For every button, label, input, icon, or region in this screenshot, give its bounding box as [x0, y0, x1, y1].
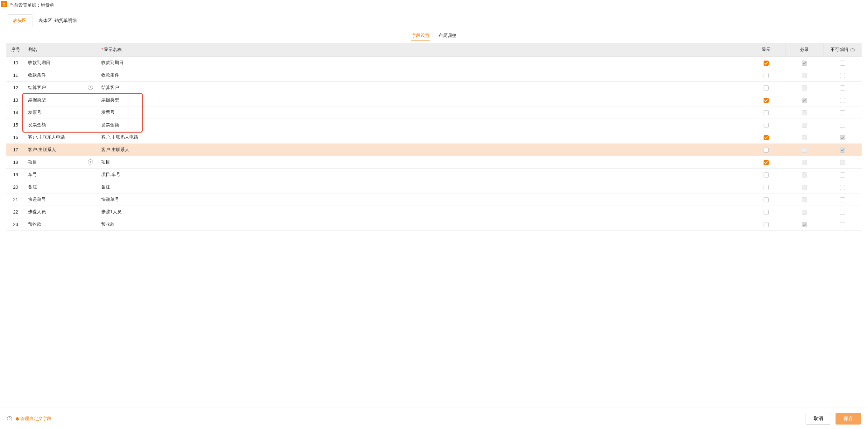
cell-noedit — [824, 144, 862, 156]
cell-display[interactable]: 发票号 — [98, 107, 747, 119]
checkbox[interactable] — [764, 197, 769, 202]
cell-display[interactable]: 客户.主联系人电话 — [98, 131, 747, 144]
cell-show — [747, 218, 785, 231]
checkbox[interactable] — [764, 185, 769, 190]
table-row[interactable]: 23预收款预收款 — [6, 218, 862, 231]
table-row[interactable]: 12结算客户+结算客户 — [6, 82, 862, 94]
table-row[interactable]: 20备注备注 — [6, 181, 862, 194]
cell-name: 客户.主联系人 — [25, 144, 98, 156]
cell-display[interactable]: 收款条件 — [98, 69, 747, 82]
table-row[interactable]: 22步骤人员步骤1人员 — [6, 206, 862, 218]
checkbox — [802, 61, 807, 66]
checkbox[interactable] — [840, 172, 845, 177]
cell-seq: 13 — [6, 94, 25, 107]
cell-required — [785, 194, 824, 206]
cell-noedit — [824, 82, 862, 94]
checkbox[interactable] — [840, 210, 845, 215]
checkbox[interactable] — [840, 197, 845, 202]
table-row[interactable]: 18项目+项目 — [6, 156, 862, 169]
checkbox[interactable] — [764, 123, 769, 128]
cell-display[interactable]: 快递单号 — [98, 194, 747, 206]
expand-panel-button[interactable] — [1, 1, 7, 7]
checkbox[interactable] — [764, 210, 769, 215]
checkbox — [802, 135, 807, 140]
checkbox[interactable] — [764, 160, 769, 165]
table-row[interactable]: 10收款到期日收款到期日 — [6, 57, 862, 69]
table-row[interactable]: 19车号项目.车号 — [6, 169, 862, 181]
cell-name: 步骤人员 — [25, 206, 98, 218]
checkbox[interactable] — [840, 98, 845, 103]
cell-required — [785, 181, 824, 194]
cell-seq: 14 — [6, 107, 25, 119]
cell-required — [785, 82, 824, 94]
cell-display[interactable]: 票据类型 — [98, 94, 747, 107]
cell-show — [747, 107, 785, 119]
cell-show — [747, 69, 785, 82]
cell-display[interactable]: 结算客户 — [98, 82, 747, 94]
checkbox[interactable] — [764, 172, 769, 177]
cell-seq: 10 — [6, 57, 25, 69]
checkbox[interactable] — [764, 98, 769, 103]
cell-show — [747, 181, 785, 194]
checkbox[interactable] — [764, 73, 769, 78]
cell-noedit — [824, 69, 862, 82]
help-icon[interactable]: ? — [850, 48, 855, 52]
table-row[interactable]: 14发票号发票号 — [6, 107, 862, 119]
cell-noedit — [824, 181, 862, 194]
col-header-noedit: 不可编辑 ? — [824, 43, 862, 57]
cell-display[interactable]: 项目 — [98, 156, 747, 169]
checkbox[interactable] — [764, 222, 769, 227]
cell-show — [747, 94, 785, 107]
checkbox[interactable] — [840, 123, 845, 128]
checkbox[interactable] — [840, 85, 845, 90]
fields-table: 序号 列名 *显示名称 显示 必录 不可编辑 ? 10收款到期日收款到期日11收… — [6, 43, 862, 231]
cell-noedit — [824, 119, 862, 131]
cell-name: 发票号 — [25, 107, 98, 119]
cell-noedit — [824, 169, 862, 181]
cell-noedit — [824, 218, 862, 231]
add-child-button[interactable]: + — [88, 160, 93, 165]
checkbox[interactable] — [840, 110, 845, 115]
tab-header-area[interactable]: 表头区 — [7, 15, 32, 27]
table-row[interactable]: 11收款条件收款条件 — [6, 69, 862, 82]
tab-body-area[interactable]: 表体区–销货单明细 — [32, 15, 83, 27]
cell-display[interactable]: 发票金额 — [98, 119, 747, 131]
checkbox[interactable] — [840, 222, 845, 227]
cell-display[interactable]: 步骤1人员 — [98, 206, 747, 218]
table-row[interactable]: 17客户.主联系人客户.主联系人 — [6, 144, 862, 156]
table-row[interactable]: 21快递单号快递单号 — [6, 194, 862, 206]
cell-display[interactable]: 客户.主联系人 — [98, 144, 747, 156]
checkbox[interactable] — [764, 85, 769, 90]
checkbox[interactable] — [764, 135, 769, 140]
cell-show — [747, 169, 785, 181]
subtab-field-settings[interactable]: 字段设置 — [411, 32, 430, 40]
checkbox — [802, 160, 807, 165]
cell-display[interactable]: 收款到期日 — [98, 57, 747, 69]
add-child-button[interactable]: + — [88, 85, 93, 90]
cell-required — [785, 131, 824, 144]
col-header-display: *显示名称 — [98, 43, 747, 57]
cell-display[interactable]: 预收款 — [98, 218, 747, 231]
table-row[interactable]: 13票据类型票据类型 — [6, 94, 862, 107]
col-header-seq: 序号 — [6, 43, 25, 57]
checkbox — [802, 197, 807, 202]
cell-display[interactable]: 项目.车号 — [98, 169, 747, 181]
checkbox[interactable] — [764, 61, 769, 66]
checkbox[interactable] — [840, 185, 845, 190]
cell-noedit — [824, 131, 862, 144]
table-row[interactable]: 16客户.主联系人电话客户.主联系人电话 — [6, 131, 862, 144]
table-row[interactable]: 15发票金额发票金额 — [6, 119, 862, 131]
checkbox — [802, 98, 807, 103]
checkbox[interactable] — [840, 61, 845, 66]
cell-noedit — [824, 107, 862, 119]
subtab-layout-adjust[interactable]: 布局调整 — [438, 32, 457, 40]
cell-seq: 11 — [6, 69, 25, 82]
cell-name: 车号 — [25, 169, 98, 181]
cell-display[interactable]: 备注 — [98, 181, 747, 194]
checkbox — [840, 160, 845, 165]
checkbox[interactable] — [764, 110, 769, 115]
cell-show — [747, 119, 785, 131]
checkbox[interactable] — [764, 148, 769, 153]
checkbox[interactable] — [840, 73, 845, 78]
cell-show — [747, 144, 785, 156]
